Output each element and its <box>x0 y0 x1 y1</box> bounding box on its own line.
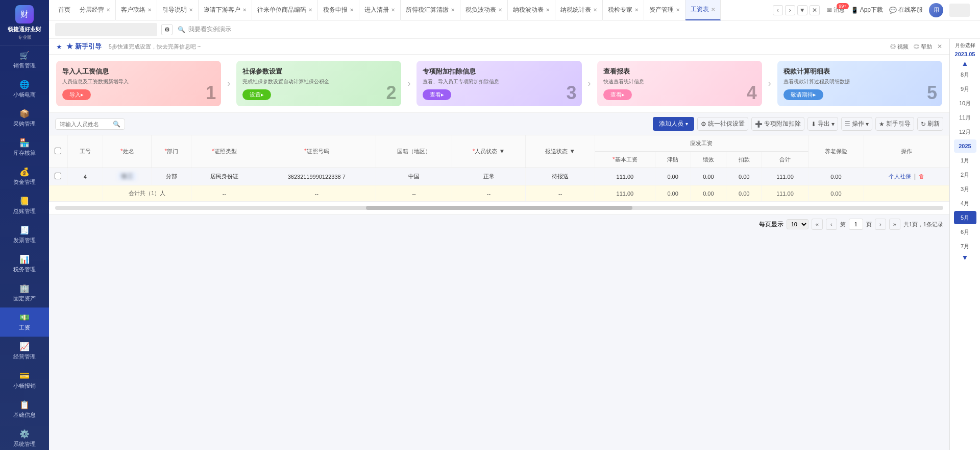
sidebar-item-ledger[interactable]: 📒 总账管理 <box>0 191 49 220</box>
sidebar-item-inventory[interactable]: 🏪 库存核算 <box>0 133 49 162</box>
tab-tax-expert[interactable]: 税检专家✕ <box>603 0 644 20</box>
close-tab-icon[interactable]: ✕ <box>242 7 247 13</box>
month-picker-up[interactable]: ▲ <box>962 59 969 67</box>
tab-client-contact[interactable]: 客户联络✕ <box>116 0 157 20</box>
tab-layered-ops[interactable]: 分层经营✕ <box>75 0 116 20</box>
close-tab-icon[interactable]: ✕ <box>676 7 680 13</box>
last-page-button[interactable]: » <box>889 219 900 230</box>
step-4-button[interactable]: 查看▸ <box>603 89 632 100</box>
sidebar-item-salary[interactable]: 💵 工资 <box>0 307 49 337</box>
settings-button[interactable]: ⚙ <box>161 24 173 35</box>
tab-invite[interactable]: 邀请下游客户✕ <box>199 0 252 20</box>
step-2-button[interactable]: 设置▸ <box>242 89 271 100</box>
filter-icon[interactable]: ▼ <box>499 148 505 155</box>
tab-income-tax[interactable]: 所得税汇算清缴✕ <box>401 0 460 20</box>
close-tab-icon[interactable]: ✕ <box>148 7 152 13</box>
action-delete[interactable]: 🗑 <box>919 173 924 179</box>
prev-page-button[interactable]: ‹ <box>826 219 837 230</box>
per-page-select[interactable]: 10 20 50 <box>787 219 808 229</box>
close-tab-icon[interactable]: ✕ <box>308 7 312 13</box>
online-service-button[interactable]: 💬 在线客服 <box>889 6 923 14</box>
export-button[interactable]: ⬇ 导出 ▾ <box>807 117 838 131</box>
close-tab-icon[interactable]: ✕ <box>391 7 395 13</box>
action-personal-social[interactable]: 个人社保 <box>889 173 911 179</box>
avatar[interactable]: 用 <box>929 3 943 17</box>
step-1-button[interactable]: 导入▸ <box>62 89 91 100</box>
first-page-button[interactable]: « <box>812 219 823 230</box>
tab-close-all-button[interactable]: ✕ <box>810 5 820 15</box>
close-tab-icon[interactable]: ✕ <box>189 7 193 13</box>
sidebar-item-marketing[interactable]: 💳 小畅报销 <box>0 366 49 395</box>
close-tab-icon[interactable]: ✕ <box>106 7 110 13</box>
close-tab-icon[interactable]: ✕ <box>350 7 354 13</box>
unified-settings-button[interactable]: ⚙ 统一社保设置 <box>697 117 748 131</box>
tab-next-button[interactable]: › <box>785 5 795 15</box>
sidebar-item-tax[interactable]: 📊 税务管理 <box>0 249 49 278</box>
select-all-checkbox[interactable] <box>55 148 61 154</box>
close-tab-icon[interactable]: ✕ <box>498 7 502 13</box>
tab-tax-fluctuation[interactable]: 纳税波动表✕ <box>508 0 555 20</box>
row-checkbox[interactable] <box>55 173 61 179</box>
guide-close-button[interactable]: ✕ <box>937 43 942 50</box>
company-selector[interactable] <box>55 23 157 36</box>
newguide-button[interactable]: ★ 新手引导 <box>875 117 914 131</box>
tab-register[interactable]: 进入清册✕ <box>359 0 401 20</box>
month-9[interactable]: 9月 <box>954 82 976 96</box>
step-3-button[interactable]: 查看▸ <box>423 89 451 100</box>
month-6[interactable]: 6月 <box>954 225 976 239</box>
close-tab-icon[interactable]: ✕ <box>593 7 597 13</box>
search-input-wrap[interactable]: 🔍 <box>55 119 125 130</box>
tab-assets[interactable]: 资产管理✕ <box>644 0 685 20</box>
tab-tax-burden[interactable]: 税负波动表✕ <box>460 0 508 20</box>
user-menu[interactable] <box>949 4 970 17</box>
refresh-button[interactable]: ↻ 刷新 <box>917 117 943 131</box>
page-input[interactable] <box>849 219 863 230</box>
sidebar-item-funds[interactable]: 💰 资金管理 <box>0 162 49 191</box>
sidebar-item-sales[interactable]: 🛒 销售管理 <box>0 45 49 75</box>
close-tab-icon[interactable]: ✕ <box>634 7 639 13</box>
month-5[interactable]: 5月 <box>954 211 976 224</box>
demo-search[interactable]: 🔍 我要看实例演示 <box>178 25 231 34</box>
sidebar-item-purchase[interactable]: 📦 采购管理 <box>0 104 49 133</box>
month-12[interactable]: 12月 <box>954 125 976 138</box>
month-10[interactable]: 10月 <box>954 97 976 110</box>
year-2025[interactable]: 2025 <box>954 139 976 153</box>
sidebar-item-ecommerce[interactable]: 🌐 小畅电商 <box>0 75 49 104</box>
app-download-button[interactable]: 📱 App下载 <box>851 6 883 14</box>
tab-salary[interactable]: 工资表✕ <box>685 0 721 20</box>
guide-help-link[interactable]: ◎ 帮助 <box>914 43 932 51</box>
sidebar-item-operations[interactable]: 📈 经营管理 <box>0 337 49 366</box>
tab-guide[interactable]: 引导说明✕ <box>157 0 199 20</box>
month-picker-down[interactable]: ▼ <box>962 253 969 262</box>
month-1[interactable]: 1月 <box>954 154 976 167</box>
filter-icon[interactable]: ▼ <box>569 148 575 155</box>
sidebar-item-assets[interactable]: 🏢 固定资产 <box>0 278 49 307</box>
tab-product-code[interactable]: 往来单位商品编码✕ <box>252 0 318 20</box>
month-8[interactable]: 8月 <box>954 68 976 81</box>
special-deduct-button[interactable]: ➕ 专项附加扣除 <box>751 117 804 131</box>
sidebar-item-basic[interactable]: 📋 基础信息 <box>0 395 49 424</box>
operations-button[interactable]: ☰ 操作 ▾ <box>841 117 872 131</box>
step-5-button[interactable]: 敬请期待▸ <box>783 89 823 100</box>
month-3[interactable]: 3月 <box>954 182 976 196</box>
month-4[interactable]: 4月 <box>954 197 976 210</box>
search-input[interactable] <box>60 121 111 127</box>
sidebar-item-invoice[interactable]: 🧾 发票管理 <box>0 220 49 249</box>
close-tab-icon[interactable]: ✕ <box>711 7 715 12</box>
next-page-button[interactable]: › <box>875 219 886 230</box>
message-button[interactable]: ✉ 消息 99+ <box>827 6 845 14</box>
guide-video-link[interactable]: ◎ 视频 <box>890 43 909 51</box>
add-person-button[interactable]: 添加人员 ▾ <box>653 117 694 131</box>
close-tab-icon[interactable]: ✕ <box>451 7 455 13</box>
tab-tax-stats[interactable]: 纳税统计表✕ <box>555 0 603 20</box>
month-11[interactable]: 11月 <box>954 111 976 124</box>
tab-tax-report[interactable]: 税务申报✕ <box>318 0 359 20</box>
month-picker-title: 月份选择 <box>955 42 975 49</box>
tab-menu-button[interactable]: ▼ <box>797 5 807 15</box>
tab-prev-button[interactable]: ‹ <box>773 5 783 15</box>
month-2[interactable]: 2月 <box>954 168 976 181</box>
close-tab-icon[interactable]: ✕ <box>546 7 550 13</box>
home-tab[interactable]: 首页 <box>54 6 75 14</box>
sidebar-item-system[interactable]: ⚙️ 系统管理 <box>0 424 49 450</box>
month-7[interactable]: 7月 <box>954 240 976 253</box>
